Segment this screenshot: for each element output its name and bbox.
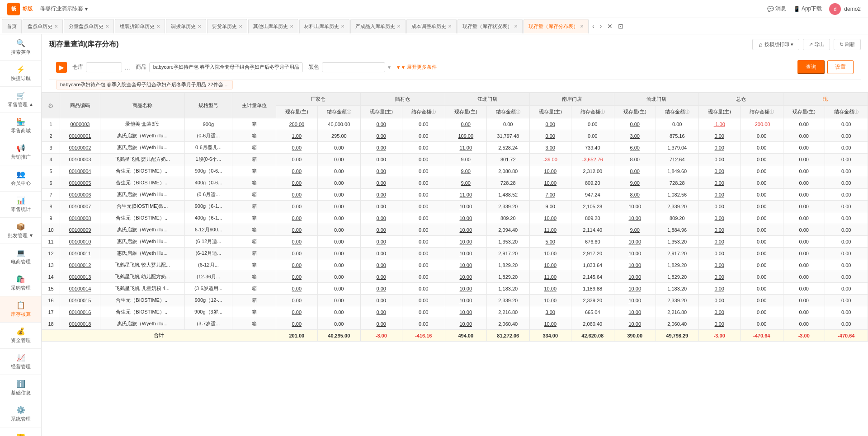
table-row: 300100002惠氏启旅（Wyeth illu...0-6月婴儿...箱0.0… [42, 142, 868, 154]
msg-btn[interactable]: 💬 消息 [767, 5, 786, 13]
sidebar-item-finance[interactable]: 💰 资金管理 [0, 323, 41, 349]
close-icon[interactable]: ✕ [105, 24, 109, 29]
col-nanan-header: 南岸门店 [529, 93, 614, 106]
close-icon[interactable]: ✕ [290, 24, 293, 29]
info-icon[interactable]: ⓘ [516, 109, 520, 114]
page-header: 现存量查询(库存分布) 🖨 按模版打印 ▾ ↗ 导出 ↻ 刷新 [42, 34, 868, 93]
info-icon[interactable]: ⓘ [600, 109, 605, 114]
tab-requisition[interactable]: 要货单历史 ✕ [207, 19, 247, 33]
gear-icon[interactable]: ⚙ [48, 102, 54, 109]
wholesale-icon: 📦 [3, 222, 38, 231]
info-icon[interactable]: ⓘ [769, 109, 774, 114]
tab-inventory-single[interactable]: 盘点单历史 ✕ [23, 19, 63, 33]
tab-material-out[interactable]: 材料出库单历史 ✕ [299, 19, 349, 33]
table-row: 10000003爱他美 盒装3段900g箱200.0040,000.000.00… [42, 118, 868, 130]
tab-product-in[interactable]: 产成品入库单历史 ✕ [350, 19, 406, 33]
table-row: 1500100014飞鹤星飞帆 儿童奶粉 4...(3-6岁适用...箱0.00… [42, 283, 868, 295]
close-icon[interactable]: ✕ [580, 24, 584, 29]
sidebar-item-retail-mgmt[interactable]: 🛒 零售管理 ▲ [0, 87, 41, 113]
sidebar-item-inventory[interactable]: 📋 库存核算 [0, 296, 41, 323]
sidebar-item-marketing[interactable]: 📢 营销推广 [0, 139, 41, 165]
col-total-header: 总仓 [698, 93, 783, 106]
top-bar-right: 💬 消息 📱 App下载 d demo2 [767, 3, 861, 15]
col-jiangbei-qty: 现存量(主) [445, 106, 486, 118]
tab-close-btn[interactable]: ✕ [604, 23, 615, 30]
tab-transfer-label: 调拨单历史 [171, 23, 196, 30]
color-filter-group: 颜色 ▾ [308, 62, 391, 72]
info-icon[interactable]: ⓘ [431, 109, 436, 114]
settings-btn[interactable]: 设置 [827, 60, 854, 74]
filter-toggle-btn[interactable]: ▶ [56, 62, 67, 73]
user-name: demo2 [844, 6, 861, 12]
sidebar-item-search[interactable]: 🔍 搜索英单 [0, 34, 41, 61]
sidebar-item-collab[interactable]: 🤝 企业协同 [0, 427, 41, 436]
table-row: 1100100010惠氏启旅（Wyeth illu...(6-12月适...箱0… [42, 236, 868, 248]
table-row: 1600100015合生元（BIOSTIME）...900g（12-...箱0.… [42, 295, 868, 306]
close-icon[interactable]: ✕ [341, 24, 344, 29]
retail-icon: 🛒 [3, 91, 38, 100]
info-icon[interactable]: ⓘ [854, 109, 859, 114]
tab-sub-inventory[interactable]: 分量盘点单历史 ✕ [64, 19, 114, 33]
tab-next-btn[interactable]: › [597, 23, 605, 30]
color-label: 颜色 [308, 63, 319, 71]
table-row: 500100004合生元（BIOSTIME）...900g（0-6...箱0.0… [42, 165, 868, 177]
app-download-btn[interactable]: 📱 App下载 [793, 5, 822, 13]
close-icon[interactable]: ✕ [448, 24, 452, 29]
filter-row-main: ▶ 仓库 ... 商品 颜色 ▾ [56, 58, 854, 76]
sidebar-item-purchase[interactable]: 🛍️ 采购管理 [0, 270, 41, 296]
color-input[interactable] [322, 62, 385, 72]
sidebar-item-system[interactable]: ⚙️ 系统管理 [0, 401, 41, 427]
sidebar-item-shortcuts[interactable]: ⚡ 快捷导航 [0, 61, 41, 87]
query-actions: 查询 设置 [797, 60, 854, 74]
sidebar-item-operations[interactable]: 📈 经营管理 [0, 349, 41, 375]
close-icon[interactable]: ✕ [239, 24, 242, 29]
tab-stock-status[interactable]: 现存量（库存状况表） ✕ [458, 19, 523, 33]
info-icon[interactable]: ⓘ [347, 109, 351, 114]
warehouse-dots-btn[interactable]: ... [125, 64, 130, 71]
table-row: 700100006惠氏启旅（Wyeth illu...(0-6月适...箱0.0… [42, 189, 868, 201]
user-avatar[interactable]: d demo2 [829, 3, 861, 15]
sidebar-item-inventory-label: 库存核算 [3, 311, 38, 318]
print-btn[interactable]: 🖨 按模版打印 ▾ [752, 39, 799, 50]
tab-prev-btn[interactable]: ‹ [590, 23, 597, 30]
refresh-icon: ↻ [840, 42, 844, 47]
goods-value-text: babycare孕妇待产包 春季入院全套母子组合孕妇产后冬季月子用品 22件套 … [56, 80, 233, 89]
close-icon[interactable]: ✕ [514, 24, 518, 29]
sidebar-item-ecommerce[interactable]: 💻 电商管理 [0, 244, 41, 270]
tab-sub-inventory-label: 分量盘点单历史 [69, 23, 104, 30]
sidebar-item-basics[interactable]: ℹ️ 基础信息 [0, 375, 41, 401]
close-icon[interactable]: ✕ [198, 24, 201, 29]
sidebar-item-finance-label: 资金管理 [3, 337, 38, 344]
goods-input[interactable] [149, 62, 303, 72]
tab-home[interactable]: 首页 [2, 19, 22, 33]
sidebar-item-retail-stats[interactable]: 📊 零售统计 [0, 192, 41, 218]
export-btn[interactable]: ↗ 导出 [803, 39, 830, 50]
sidebar-item-member[interactable]: 👥 会员中心 [0, 165, 41, 192]
tab-cost-adjust[interactable]: 成本调整单历史 ✕ [406, 19, 457, 33]
tab-other-outbound[interactable]: 其他出库单历史 ✕ [248, 19, 298, 33]
color-dropdown-icon[interactable]: ▾ [388, 64, 391, 70]
sidebar-item-operations-label: 经营管理 [3, 363, 38, 370]
refresh-btn[interactable]: ↻ 刷新 [834, 39, 861, 50]
marketing-icon: 📢 [3, 144, 38, 152]
close-icon[interactable]: ✕ [156, 24, 160, 29]
sidebar-item-retail-mall[interactable]: 🏪 零售商城 [0, 113, 41, 139]
ecommerce-icon: 💻 [3, 248, 38, 257]
expand-more-btn[interactable]: ▼▼ 展开更多条件 [396, 64, 437, 70]
system-icon: ⚙️ [3, 406, 38, 414]
nav-dropdown[interactable]: 母婴行业演示陈套 ▾ [36, 5, 91, 13]
sidebar-item-wholesale[interactable]: 📦 批发管理 ▼ [0, 218, 41, 244]
col-total-qty: 现存量(主) [698, 106, 740, 118]
info-icon[interactable]: ⓘ [685, 109, 689, 114]
goods-value-display: babycare孕妇待产包 春季入院全套母子组合孕妇产后冬季月子用品 22件套 … [49, 80, 861, 92]
tab-transfer[interactable]: 调拨单历史 ✕ [166, 19, 206, 33]
tab-group-disassembly[interactable]: 组装拆卸单历史 ✕ [115, 19, 165, 33]
close-icon[interactable]: ✕ [397, 24, 401, 29]
close-icon[interactable]: ✕ [54, 24, 58, 29]
tab-expand-btn[interactable]: ⊡ [615, 23, 626, 30]
warehouse-input[interactable] [86, 62, 122, 72]
search-btn[interactable]: 查询 [797, 60, 825, 74]
col-no: ⚙ [42, 93, 60, 118]
sidebar-item-marketing-label: 营销推广 [3, 154, 38, 160]
tab-stock-dist[interactable]: 现存量（库存分布表） ✕ [524, 19, 589, 33]
